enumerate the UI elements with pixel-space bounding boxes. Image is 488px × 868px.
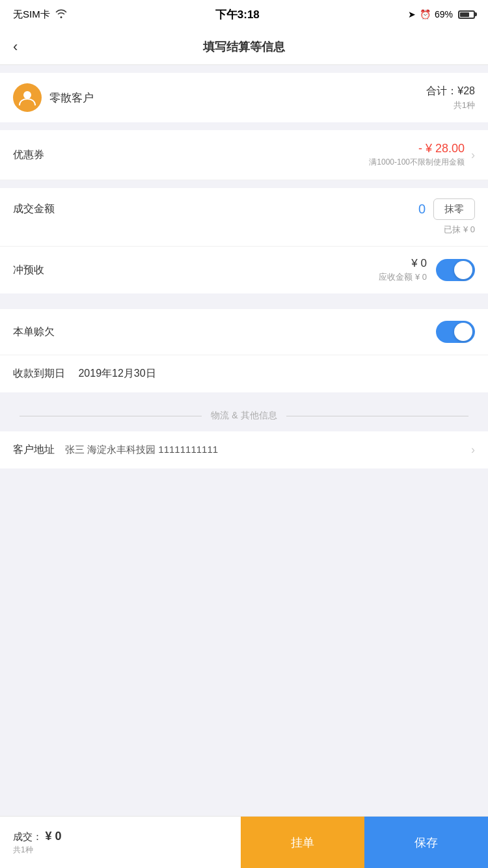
bottom-deal-row: 成交： ¥ 0 [13,830,241,843]
bottom-bar: 成交： ¥ 0 共1种 挂单 保存 [0,816,488,868]
carrier-text: 无SIM卡 [13,8,50,21]
status-time: 下午3:18 [215,7,260,22]
address-row[interactable]: 客户地址 张三 海淀永丰科技园 11111111111 › [0,431,488,468]
duedate-value: 2019年12月30日 [78,368,156,379]
status-left: 无SIM卡 [13,8,67,21]
logistics-line-left [20,416,202,416]
customer-avatar [13,83,42,112]
coupon-chevron-icon: › [471,148,475,162]
divider-3 [0,293,488,301]
duedate-label: 收款到期日 [13,368,65,379]
deal-amount-right: 0 抹零 [406,198,475,220]
coupon-value-block: - ¥ 28.00 满1000-100不限制使用金额 [369,142,465,168]
deal-amount-sub: 已抹 ¥ 0 [13,224,475,236]
deal-amount-label: 成交金额 [13,202,55,216]
page-title: 填写结算等信息 [203,39,285,55]
prepay-receivable: 应收金额 ¥ 0 [379,271,427,283]
prepay-row: 冲预收 ¥ 0 应收金额 ¥ 0 [13,257,475,283]
prepay-amount: ¥ 0 [379,257,427,270]
back-button[interactable]: ‹ [13,38,18,55]
logistics-divider: 物流 & 其他信息 [0,400,488,431]
deal-amount-section: 成交金额 0 抹零 已抹 ¥ 0 [0,188,488,247]
divider-2 [0,180,488,188]
bottom-summary: 成交： ¥ 0 共1种 [0,830,241,856]
location-icon: ➤ [408,9,416,20]
round-zero-button[interactable]: 抹零 [433,198,475,220]
address-chevron-icon: › [471,443,475,457]
toggle-knob [454,261,472,279]
prepay-section: 冲预收 ¥ 0 应收金额 ¥ 0 [0,247,488,293]
svg-point-0 [23,91,31,99]
main-content: 零散客户 合计：¥28 共1种 优惠券 - ¥ 28.00 满1000-100不… [0,73,488,527]
customer-info-left: 零散客户 [13,83,94,112]
status-right: ➤ ⏰ 69% [408,9,475,20]
logistics-line-right [286,416,468,416]
duedate-row: 收款到期日 2019年12月30日 [0,355,488,392]
prepay-toggle[interactable] [436,259,475,281]
prepay-right: ¥ 0 应收金额 ¥ 0 [379,257,475,283]
debt-toggle-knob [454,323,472,341]
customer-total: 合计：¥28 [426,85,475,98]
debt-row: 本单赊欠 [0,309,488,355]
coupon-amount: - ¥ 28.00 [369,142,465,156]
customer-count: 共1种 [426,100,475,111]
bottom-deal-count: 共1种 [13,845,241,856]
coupon-description: 满1000-100不限制使用金额 [369,157,465,168]
address-label: 客户地址 [13,443,55,457]
debt-label: 本单赊欠 [13,325,55,339]
deal-amount-value: 0 [406,202,426,217]
nav-bar: ‹ 填写结算等信息 [0,29,488,65]
customer-section: 零散客户 合计：¥28 共1种 [0,73,488,122]
coupon-right: - ¥ 28.00 满1000-100不限制使用金额 › [369,142,475,168]
save-button[interactable]: 保存 [364,817,488,869]
bottom-deal-label: 成交： [13,831,42,842]
coupon-row[interactable]: 优惠券 - ¥ 28.00 满1000-100不限制使用金额 › [0,130,488,180]
customer-summary: 合计：¥28 共1种 [426,85,475,111]
status-bar: 无SIM卡 下午3:18 ➤ ⏰ 69% [0,0,488,29]
coupon-label: 优惠券 [13,148,44,162]
alarm-icon: ⏰ [420,9,431,20]
prepay-values: ¥ 0 应收金额 ¥ 0 [379,257,427,283]
customer-name: 零散客户 [49,90,94,105]
bottom-deal-amount: ¥ 0 [45,830,61,843]
prepay-label: 冲预收 [13,264,44,277]
hold-button[interactable]: 挂单 [241,817,364,869]
debt-section: 本单赊欠 [0,309,488,355]
address-value: 张三 海淀永丰科技园 11111111111 [65,444,461,456]
battery-icon [458,10,475,19]
address-section: 客户地址 张三 海淀永丰科技园 11111111111 › [0,431,488,468]
battery-text: 69% [435,9,453,20]
wifi-icon [55,9,67,20]
logistics-line: 物流 & 其他信息 [0,410,488,422]
debt-toggle[interactable] [436,321,475,343]
deal-amount-row: 成交金额 0 抹零 [13,198,475,220]
logistics-label: 物流 & 其他信息 [211,410,277,422]
divider-1 [0,122,488,130]
